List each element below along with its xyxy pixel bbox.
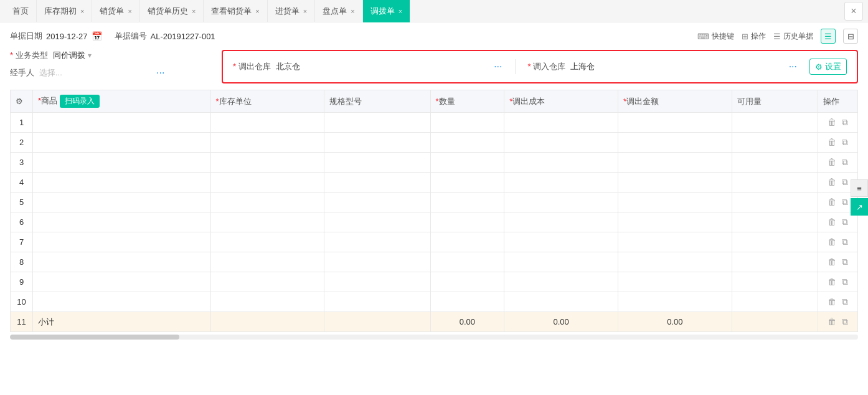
tab-transfer[interactable]: 调拨单 × [363, 0, 410, 22]
cost-cell-9[interactable] [504, 272, 618, 292]
amount-cell-5[interactable] [618, 193, 732, 212]
warehouse-out-more-button[interactable]: ··· [494, 61, 502, 72]
product-cell-4[interactable] [33, 173, 211, 193]
spec-cell-10[interactable] [324, 292, 430, 312]
biz-type-dropdown-icon[interactable]: ▾ [88, 51, 92, 60]
scroll-thumb[interactable] [10, 335, 179, 340]
qty-cell-1[interactable] [430, 113, 504, 133]
copy-icon-3[interactable]: ⧉ [842, 157, 848, 167]
delete-icon-7[interactable]: 🗑 [828, 237, 836, 247]
qty-cell-5[interactable] [430, 193, 504, 212]
scan-button[interactable]: 扫码录入 [60, 95, 100, 108]
cost-cell-1[interactable] [504, 113, 618, 133]
cost-cell-10[interactable] [504, 292, 618, 312]
cost-cell-6[interactable] [504, 212, 618, 232]
tab-close-view-sales[interactable]: × [255, 7, 259, 15]
calendar-icon[interactable]: 📅 [92, 31, 102, 41]
unit-cell-9[interactable] [210, 272, 324, 292]
qty-cell-6[interactable] [430, 212, 504, 232]
product-cell-1[interactable] [33, 113, 211, 133]
delete-icon-4[interactable]: 🗑 [828, 177, 836, 187]
warehouse-in-value[interactable]: 上海仓 [570, 61, 783, 72]
delete-icon-10[interactable]: 🗑 [828, 297, 836, 307]
side-note-button[interactable]: ≡ [851, 179, 868, 197]
tab-inventory-init[interactable]: 库存期初 × [37, 0, 92, 22]
delete-icon-1[interactable]: 🗑 [828, 117, 836, 127]
copy-icon-4[interactable]: ⧉ [842, 177, 848, 187]
spec-cell-3[interactable] [324, 153, 430, 173]
amount-cell-4[interactable] [618, 173, 732, 193]
copy-icon-8[interactable]: ⧉ [842, 257, 848, 267]
side-expand-button[interactable]: ↗ [851, 198, 868, 216]
tab-close-purchase[interactable]: × [303, 7, 307, 15]
product-cell-6[interactable] [33, 212, 211, 232]
product-cell-3[interactable] [33, 153, 211, 173]
ops-button[interactable]: ⊞ 操作 [742, 31, 766, 42]
tab-view-sales[interactable]: 查看销货单 × [204, 0, 267, 22]
handler-more-button[interactable]: ··· [156, 67, 164, 79]
delete-icon-9[interactable]: 🗑 [828, 277, 836, 287]
copy-icon-7[interactable]: ⧉ [842, 237, 848, 247]
history-button[interactable]: ☰ 历史单据 [773, 31, 813, 42]
unit-cell-4[interactable] [210, 173, 324, 193]
qty-cell-3[interactable] [430, 153, 504, 173]
col-gear[interactable]: ⚙ [11, 90, 33, 113]
unit-cell-5[interactable] [210, 193, 324, 212]
product-cell-7[interactable] [33, 232, 211, 252]
spec-cell-6[interactable] [324, 212, 430, 232]
qty-cell-10[interactable] [430, 292, 504, 312]
copy-icon-1[interactable]: ⧉ [842, 117, 848, 127]
unit-cell-6[interactable] [210, 212, 324, 232]
delete-icon-3[interactable]: 🗑 [828, 157, 836, 167]
tab-sales-order[interactable]: 销货单 × [92, 0, 139, 22]
biz-type-value-wrapper[interactable]: 同价调拨 ▾ [53, 50, 165, 61]
tab-home[interactable]: 首页 [5, 0, 37, 22]
unit-cell-3[interactable] [210, 153, 324, 173]
tab-close-sales-order[interactable]: × [128, 7, 131, 15]
shortcut-button[interactable]: ⌨ 快捷键 [697, 31, 734, 42]
amount-cell-3[interactable] [618, 153, 732, 173]
tab-close-transfer[interactable]: × [399, 7, 402, 15]
tab-close-inventory-init[interactable]: × [80, 7, 84, 15]
window-close-button[interactable]: × [844, 2, 863, 21]
cost-cell-5[interactable] [504, 193, 618, 212]
warehouse-in-more-button[interactable]: ··· [789, 61, 797, 72]
qty-cell-4[interactable] [430, 173, 504, 193]
qty-cell-7[interactable] [430, 232, 504, 252]
amount-cell-2[interactable] [618, 133, 732, 153]
unit-cell-2[interactable] [210, 133, 324, 153]
handler-value-wrapper[interactable]: 选择... [39, 67, 151, 79]
amount-cell-8[interactable] [618, 252, 732, 272]
delete-icon-5[interactable]: 🗑 [828, 197, 836, 207]
doc-date-value[interactable]: 2019-12-27 [46, 32, 88, 41]
amount-cell-9[interactable] [618, 272, 732, 292]
tab-close-stocktake[interactable]: × [351, 7, 354, 15]
spec-cell-7[interactable] [324, 232, 430, 252]
delete-icon-8[interactable]: 🗑 [828, 257, 836, 267]
tab-purchase[interactable]: 进货单 × [268, 0, 315, 22]
tab-stocktake[interactable]: 盘点单 × [315, 0, 362, 22]
cost-cell-8[interactable] [504, 252, 618, 272]
copy-icon-6[interactable]: ⧉ [842, 217, 848, 227]
qty-cell-9[interactable] [430, 272, 504, 292]
tab-sales-history[interactable]: 销货单历史 × [140, 0, 204, 22]
unit-cell-8[interactable] [210, 252, 324, 272]
amount-cell-7[interactable] [618, 232, 732, 252]
qty-cell-8[interactable] [430, 252, 504, 272]
copy-icon-10[interactable]: ⧉ [842, 297, 848, 307]
delete-icon-2[interactable]: 🗑 [828, 137, 836, 147]
amount-cell-10[interactable] [618, 292, 732, 312]
tab-close-sales-history[interactable]: × [192, 7, 196, 15]
copy-icon-5[interactable]: ⧉ [842, 197, 848, 207]
spec-cell-9[interactable] [324, 272, 430, 292]
product-cell-9[interactable] [33, 272, 211, 292]
copy-icon-11[interactable]: ⧉ [842, 316, 848, 326]
unit-cell-7[interactable] [210, 232, 324, 252]
delete-icon-11[interactable]: 🗑 [828, 316, 836, 326]
warehouse-out-value[interactable]: 北京仓 [276, 61, 489, 72]
delete-icon-6[interactable]: 🗑 [828, 217, 836, 227]
spec-cell-5[interactable] [324, 193, 430, 212]
cost-cell-4[interactable] [504, 173, 618, 193]
copy-icon-9[interactable]: ⧉ [842, 277, 848, 287]
product-cell-5[interactable] [33, 193, 211, 212]
